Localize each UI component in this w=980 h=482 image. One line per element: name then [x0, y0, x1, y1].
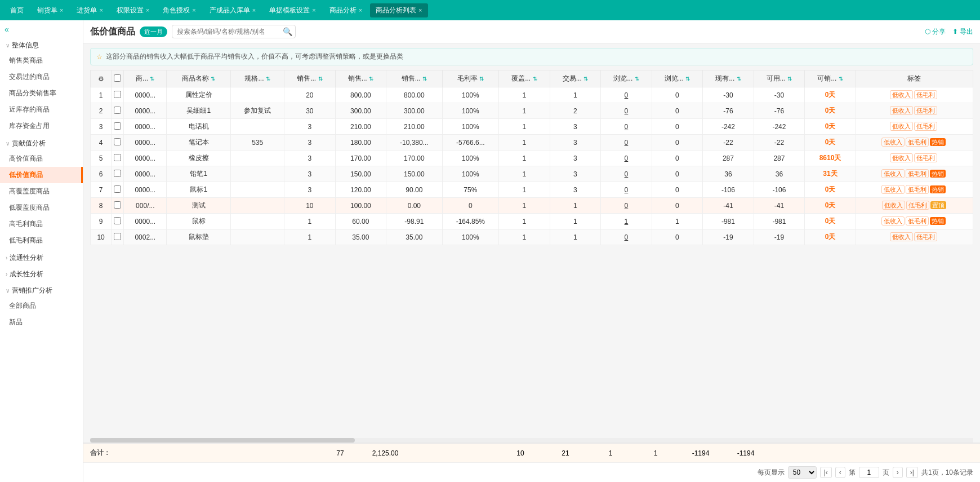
sidebar-item-sales-products[interactable]: 销售类商品	[0, 52, 83, 69]
td-name[interactable]: 鼠标	[167, 214, 231, 229]
td-name[interactable]: 橡皮擦	[167, 151, 231, 166]
td-transactions: 3	[550, 166, 601, 182]
row-checkbox[interactable]	[114, 107, 121, 114]
views-link[interactable]: 0	[625, 233, 629, 241]
prev-page-btn[interactable]: ‹	[835, 467, 845, 478]
views-link[interactable]: 0	[625, 123, 629, 131]
last-page-btn[interactable]: ›|	[906, 467, 918, 478]
nav-product-warehousing[interactable]: 产成品入库单 ×	[204, 3, 261, 17]
select-all-checkbox[interactable]	[114, 74, 121, 82]
th-settings[interactable]: ⚙	[91, 70, 112, 87]
page-size-select[interactable]: 50 100 200	[788, 466, 817, 479]
close-icon[interactable]: ×	[99, 7, 103, 14]
th-sellable[interactable]: 可销... ⇅	[805, 70, 856, 87]
row-checkbox[interactable]	[114, 91, 121, 98]
views-link[interactable]: 0	[625, 186, 629, 194]
views-link[interactable]: 1	[625, 218, 629, 225]
sidebar-item-low-coverage[interactable]: 低覆盖度商品	[0, 200, 83, 216]
views-link[interactable]: 0	[625, 170, 629, 178]
sidebar-item-low-stock[interactable]: 近库存的商品	[0, 101, 83, 118]
sidebar-group-contribution[interactable]: ∨ 贡献值分析	[0, 134, 83, 151]
views-link[interactable]: 0	[625, 202, 629, 210]
search-icon[interactable]: 🔍	[283, 27, 292, 36]
sidebar-group-marketing[interactable]: ∨ 营销推广分析	[0, 281, 83, 298]
nav-home[interactable]: 首页	[5, 3, 29, 17]
tag-recommend: 置顶	[930, 201, 946, 209]
sidebar-item-all-products[interactable]: 全部商品	[0, 298, 83, 314]
close-icon[interactable]: ×	[60, 7, 63, 14]
row-checkbox[interactable]	[114, 217, 121, 224]
th-sales-amt[interactable]: 销售... ⇅	[335, 70, 386, 87]
th-sales-cost[interactable]: 销售... ⇅	[386, 70, 442, 87]
page-number-input[interactable]	[859, 467, 879, 478]
td-available: -30	[754, 87, 805, 103]
row-checkbox[interactable]	[114, 138, 121, 145]
sidebar-collapse-btn[interactable]: «	[5, 25, 9, 34]
sidebar-item-traded-products[interactable]: 交易过的商品	[0, 69, 83, 85]
nav-purchase-order[interactable]: 进货单 ×	[71, 3, 108, 17]
close-icon[interactable]: ×	[252, 7, 256, 14]
th-spec[interactable]: 规格... ⇅	[231, 70, 284, 87]
views-link[interactable]: 0	[625, 91, 629, 99]
nav-product-analysis[interactable]: 商品分析 ×	[324, 3, 368, 17]
td-name[interactable]: 笔记本	[167, 135, 231, 151]
close-icon[interactable]: ×	[192, 7, 195, 14]
nav-sales-order[interactable]: 销货单 ×	[32, 3, 69, 17]
nav-permissions[interactable]: 权限设置 ×	[111, 3, 155, 17]
th-views2[interactable]: 浏览... ⇅	[652, 70, 703, 87]
next-page-btn[interactable]: ›	[893, 467, 903, 478]
td-name[interactable]: 电话机	[167, 119, 231, 135]
sidebar-item-high-coverage[interactable]: 高覆盖度商品	[0, 183, 83, 200]
th-name[interactable]: 商品名称 ⇅	[167, 70, 231, 87]
td-code: 0000...	[124, 87, 167, 103]
row-checkbox[interactable]	[114, 233, 121, 240]
nav-roles[interactable]: 角色授权 ×	[157, 3, 201, 17]
sidebar-group-growth[interactable]: › 成长性分析	[0, 265, 83, 281]
row-checkbox[interactable]	[114, 185, 121, 193]
horizontal-scrollbar[interactable]	[90, 438, 973, 443]
nav-template-settings[interactable]: 单据模板设置 ×	[264, 3, 321, 17]
td-name[interactable]: 铅笔1	[167, 166, 231, 182]
td-name[interactable]: 测试	[167, 198, 231, 214]
close-icon[interactable]: ×	[359, 7, 362, 14]
td-name[interactable]: 吴细细1	[167, 103, 231, 119]
sidebar-item-category-sales-rate[interactable]: 商品分类销售率	[0, 85, 83, 101]
views-link[interactable]: 0	[625, 154, 629, 162]
scrollbar-thumb[interactable]	[90, 438, 355, 443]
th-current-stock[interactable]: 现有... ⇅	[703, 70, 754, 87]
first-page-btn[interactable]: |‹	[820, 467, 832, 478]
sidebar-group-overall[interactable]: ∨ 整体信息	[0, 36, 83, 52]
close-icon[interactable]: ×	[146, 7, 149, 14]
td-name[interactable]: 属性定价	[167, 87, 231, 103]
th-coverage[interactable]: 覆盖... ⇅	[499, 70, 550, 87]
td-name[interactable]: 鼠标垫	[167, 229, 231, 245]
sidebar-item-new-products[interactable]: 新品	[0, 314, 83, 330]
th-sales-qty[interactable]: 销售... ⇅	[284, 70, 336, 87]
nav-product-analysis-list[interactable]: 商品分析列表 ×	[370, 3, 427, 17]
sidebar-group-circulation[interactable]: › 流通性分析	[0, 249, 83, 265]
close-icon[interactable]: ×	[312, 7, 315, 14]
th-margin[interactable]: 毛利率 ⇅	[442, 70, 499, 87]
close-icon[interactable]: ×	[418, 7, 422, 14]
row-checkbox[interactable]	[114, 170, 121, 177]
th-views1[interactable]: 浏览... ⇅	[601, 70, 652, 87]
sidebar-item-high-value[interactable]: 高价值商品	[0, 151, 83, 167]
sidebar-item-stock-capital[interactable]: 库存资金占用	[0, 118, 83, 134]
td-name[interactable]: 鼠标1	[167, 182, 231, 198]
sidebar-item-high-margin[interactable]: 高毛利商品	[0, 216, 83, 232]
sidebar-item-low-value[interactable]: 低价值商品	[0, 167, 83, 183]
date-badge[interactable]: 近一月	[140, 26, 167, 37]
search-input[interactable]	[172, 25, 296, 38]
views-link[interactable]: 0	[625, 139, 629, 147]
sidebar-item-low-margin[interactable]: 低毛利商品	[0, 232, 83, 249]
th-available[interactable]: 可用... ⇅	[754, 70, 805, 87]
row-checkbox[interactable]	[114, 154, 121, 161]
tag-label: 低毛利	[906, 216, 929, 225]
row-checkbox[interactable]	[114, 122, 121, 130]
th-transactions[interactable]: 交易... ⇅	[550, 70, 601, 87]
th-code[interactable]: 商... ⇅	[124, 70, 167, 87]
share-button[interactable]: ⬡ 分享	[925, 27, 946, 37]
export-button[interactable]: ⬆ 导出	[952, 27, 973, 37]
views-link[interactable]: 0	[625, 107, 629, 115]
row-checkbox[interactable]	[114, 201, 121, 209]
